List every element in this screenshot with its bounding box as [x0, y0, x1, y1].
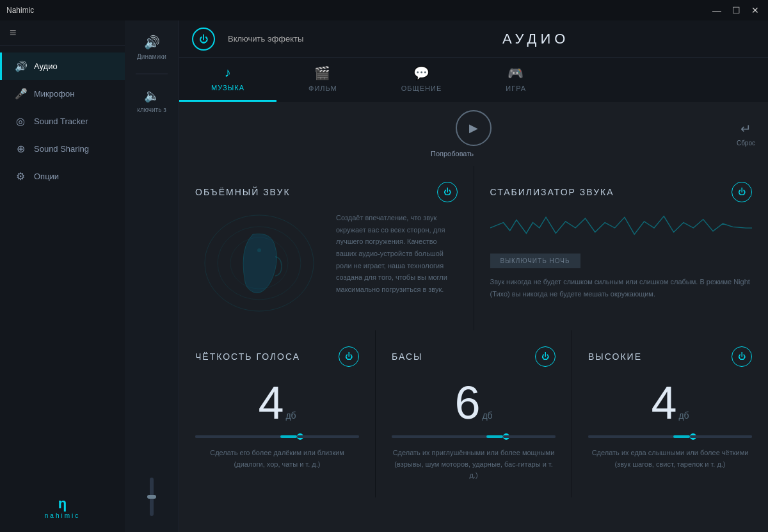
device-speakers[interactable]: 🔊 Динамики	[125, 27, 179, 68]
audio-icon: 🔊	[15, 60, 26, 72]
voice-clarity-power-button[interactable]: ⏻	[339, 346, 359, 367]
play-icon: ▶	[469, 121, 478, 135]
effects-power-button[interactable]: ⏻	[192, 28, 215, 51]
tabs-bar: ♪ МУЗЫКА 🎬 ФИЛЬМ 💬 ОБЩЕНИЕ 🎮 ИГРА	[179, 58, 768, 102]
voice-clarity-value: 4	[258, 380, 284, 426]
options-icon: ⚙	[15, 170, 26, 182]
try-label: Попробовать	[431, 150, 474, 157]
content-area: ⏻ Включить эффекты АУДИО ♪ МУЗЫКА 🎬 ФИЛЬ…	[179, 20, 768, 532]
volume-slider[interactable]	[150, 478, 154, 516]
page-title: АУДИО	[316, 31, 755, 47]
sidebar-label-sound-tracker: Sound Tracker	[34, 117, 88, 126]
svg-point-3	[257, 248, 261, 252]
sidebar: ≡ 🔊 Аудио 🎤 Микрофон ◎ Sound Tracker ⊕ S…	[0, 20, 125, 532]
sidebar-item-options[interactable]: ⚙ Опции	[0, 163, 125, 190]
reset-button[interactable]: ↵ Сброс	[737, 121, 755, 147]
bass-card: БАСЫ ⏻ 6 дб С	[376, 330, 572, 497]
microphone-icon: 🎤	[15, 88, 26, 100]
bass-header: БАСЫ ⏻	[392, 346, 556, 367]
top-bar: ⏻ Включить эффекты АУДИО	[179, 20, 768, 58]
film-tab-icon: 🎬	[314, 65, 331, 81]
disable-night-button[interactable]: ВЫКЛЮЧИТЬ НОЧЬ	[490, 254, 580, 268]
sidebar-item-audio[interactable]: 🔊 Аудио	[0, 52, 125, 80]
sound-tracker-icon: ◎	[15, 115, 26, 127]
bass-slider[interactable]	[392, 435, 556, 438]
treble-slider-row	[588, 435, 752, 438]
surround-sound-card: ОБЪЁМНЫЙ ЗВУК ⏻	[179, 166, 474, 330]
surround-title: ОБЪЁМНЫЙ ЗВУК	[195, 187, 291, 197]
sidebar-header: ≡	[0, 20, 125, 46]
features-grid-top: ОБЪЁМНЫЙ ЗВУК ⏻	[179, 166, 768, 330]
surround-power-button[interactable]: ⏻	[437, 182, 458, 202]
voice-clarity-slider-row	[195, 435, 359, 438]
voice-clarity-card: ЧЁТКОСТЬ ГОЛОСА ⏻ 4 дб	[179, 330, 375, 497]
music-tab-icon: ♪	[225, 65, 232, 80]
chat-tab-label: ОБЩЕНИЕ	[401, 85, 442, 92]
film-tab-label: ФИЛЬМ	[308, 85, 337, 92]
sound-sharing-icon: ⊕	[15, 143, 26, 155]
speakers-label: Динамики	[137, 53, 166, 60]
device-panel: 🔊 Динамики 🔈 ключить з	[125, 20, 179, 532]
volume-slider-thumb[interactable]	[147, 495, 156, 499]
title-bar: Nahimic — ☐ ✕	[0, 0, 768, 20]
stabilizer-title: СТАБИЛИЗАТОР ЗВУКА	[490, 187, 614, 197]
treble-title: ВЫСОКИЕ	[588, 351, 642, 362]
bass-slider-row	[392, 435, 556, 438]
sidebar-item-sound-tracker[interactable]: ◎ Sound Tracker	[0, 108, 125, 135]
head-graphic	[195, 212, 323, 314]
tab-game[interactable]: 🎮 ИГРА	[474, 58, 558, 102]
tab-music[interactable]: ♪ МУЗЫКА	[179, 58, 276, 102]
maximize-button[interactable]: ☐	[730, 5, 742, 15]
voice-clarity-slider[interactable]	[195, 435, 359, 438]
enable-label: ключить з	[137, 106, 166, 113]
tab-film[interactable]: 🎬 ФИЛЬМ	[276, 58, 369, 102]
bass-value-display: 6 дб	[392, 380, 556, 426]
treble-header: ВЫСОКИЕ ⏻	[588, 346, 752, 367]
bass-power-button[interactable]: ⏻	[535, 346, 556, 367]
treble-card: ВЫСОКИЕ ⏻ 4 дб	[572, 330, 768, 497]
close-button[interactable]: ✕	[749, 5, 762, 15]
surround-description: Создаёт впечатление, что звук окружает в…	[336, 212, 458, 314]
sidebar-item-microphone[interactable]: 🎤 Микрофон	[0, 80, 125, 108]
hamburger-menu-icon[interactable]: ≡	[10, 26, 17, 40]
treble-power-button[interactable]: ⏻	[732, 346, 752, 367]
window-controls: — ☐ ✕	[710, 5, 762, 15]
minimize-button[interactable]: —	[710, 5, 723, 15]
reset-label: Сброс	[737, 140, 755, 147]
surround-content: Создаёт впечатление, что звук окружает в…	[195, 212, 458, 314]
game-tab-label: ИГРА	[506, 85, 526, 92]
chat-tab-icon: 💬	[413, 65, 430, 81]
bass-description: Сделать их приглушёнными или более мощны…	[392, 447, 556, 481]
sidebar-label-options: Опции	[34, 172, 59, 181]
bottom-cards-grid: ЧЁТКОСТЬ ГОЛОСА ⏻ 4 дб	[179, 330, 768, 497]
speakers-icon: 🔊	[144, 35, 160, 50]
tab-chat[interactable]: 💬 ОБЩЕНИЕ	[369, 58, 474, 102]
device-enable[interactable]: 🔈 ключить з	[125, 80, 179, 121]
try-section: ▶ Попробовать ↵ Сброс	[179, 102, 768, 166]
sidebar-label-microphone: Микрофон	[34, 89, 74, 99]
wave-graphic	[490, 212, 753, 244]
stabilizer-description: Звук никогда не будет слишком сильным ил…	[490, 276, 753, 300]
sidebar-label-audio: Аудио	[34, 61, 58, 71]
sidebar-item-sound-sharing[interactable]: ⊕ Sound Sharing	[0, 135, 125, 163]
treble-slider[interactable]	[588, 435, 752, 438]
surround-card-header: ОБЪЁМНЫЙ ЗВУК ⏻	[195, 182, 458, 202]
try-button[interactable]: ▶	[456, 110, 492, 146]
main-content: ▶ Попробовать ↵ Сброс ОБЪЁМНЫЙ ЗВУК ⏻	[179, 102, 768, 532]
device-divider	[136, 74, 168, 74]
logo-symbol: η	[45, 496, 80, 512]
game-tab-icon: 🎮	[508, 65, 524, 81]
logo-name: nahimic	[45, 512, 80, 519]
sidebar-label-sound-sharing: Sound Sharing	[34, 144, 89, 154]
stabilizer-power-button[interactable]: ⏻	[732, 182, 752, 202]
music-tab-label: МУЗЫКА	[211, 84, 244, 92]
sidebar-nav: 🔊 Аудио 🎤 Микрофон ◎ Sound Tracker ⊕ Sou…	[0, 46, 125, 483]
effects-label: Включить эффекты	[228, 34, 303, 44]
stabilizer-card: СТАБИЛИЗАТОР ЗВУКА ⏻ ВЫКЛЮЧИТЬ НОЧЬ Звук…	[474, 166, 769, 330]
stabilizer-card-header: СТАБИЛИЗАТОР ЗВУКА ⏻	[490, 182, 753, 202]
voice-clarity-title: ЧЁТКОСТЬ ГОЛОСА	[195, 351, 300, 362]
treble-unit: дб	[678, 410, 689, 421]
bass-unit: дб	[482, 410, 492, 421]
voice-clarity-value-display: 4 дб	[195, 380, 359, 426]
treble-value: 4	[651, 380, 676, 426]
